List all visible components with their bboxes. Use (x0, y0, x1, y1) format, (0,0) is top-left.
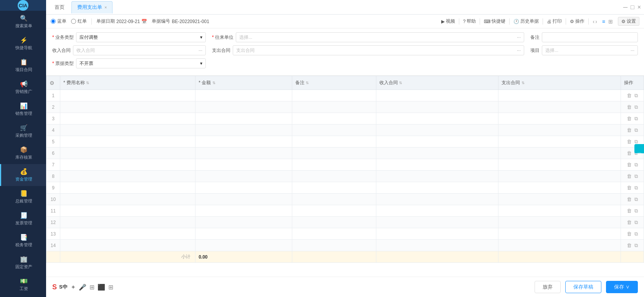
expense-contract-cell[interactable] (498, 148, 621, 159)
income-contract-cell[interactable] (376, 171, 498, 182)
name-cell[interactable] (60, 90, 195, 101)
copy-row-icon[interactable]: ⧉ (634, 219, 638, 225)
tab-expense[interactable]: 费用支出单 × (71, 1, 113, 13)
save-button[interactable]: 保存 ∨ (606, 281, 638, 293)
amount-cell[interactable] (195, 148, 292, 159)
income-contract-cell[interactable] (376, 217, 498, 228)
radio-blue-label[interactable]: 蓝单 (57, 18, 66, 25)
income-contract-cell[interactable] (376, 194, 498, 205)
bill-type-select[interactable]: 不开票 ▾ (76, 58, 206, 68)
copy-row-icon[interactable]: ⧉ (634, 104, 638, 110)
cyan-side-tab[interactable]: 功能 (634, 144, 644, 153)
shortcut-button[interactable]: ⌨ 快捷键 (484, 18, 505, 25)
window-max-button[interactable]: □ (631, 4, 634, 11)
expense-contract-cell[interactable] (498, 205, 621, 217)
delete-row-icon[interactable]: 🗑 (627, 93, 632, 98)
delete-row-icon[interactable]: 🗑 (627, 219, 632, 225)
delete-row-icon[interactable]: 🗑 (627, 231, 632, 237)
amount-cell[interactable] (195, 90, 292, 101)
name-cell[interactable] (60, 136, 195, 148)
footer-icon-1[interactable]: ✦ (71, 284, 76, 291)
th-income-contract[interactable]: 收入合同 ⇅ (376, 76, 498, 90)
expense-contract-cell[interactable] (498, 217, 621, 228)
expense-contract-cell[interactable] (498, 136, 621, 148)
next-btn[interactable]: › (595, 18, 597, 25)
income-contract-cell[interactable] (376, 136, 498, 148)
save-draft-button[interactable]: 保存草稿 (565, 281, 601, 293)
delete-row-icon[interactable]: 🗑 (627, 127, 632, 133)
business-type-select[interactable]: 应付调整 ▾ (76, 32, 206, 42)
copy-row-icon[interactable]: ⧉ (634, 231, 638, 237)
window-close-button[interactable]: × (637, 4, 641, 11)
income-contract-input[interactable]: 收入合同 ··· (73, 45, 206, 55)
copy-row-icon[interactable]: ⧉ (634, 196, 638, 202)
project-input[interactable]: 选择... ··· (542, 45, 638, 55)
expense-contract-cell[interactable] (498, 159, 621, 171)
history-button[interactable]: 🕐 历史单据 (513, 18, 539, 25)
amount-cell[interactable] (195, 136, 292, 148)
name-cell[interactable] (60, 148, 195, 159)
sidebar-item-inventory[interactable]: 📦 库存核算 (0, 142, 46, 164)
footer-icon-4[interactable]: ⬛ (98, 284, 105, 291)
income-contract-cell[interactable] (376, 101, 498, 113)
delete-row-icon[interactable]: 🗑 (627, 139, 632, 144)
name-cell[interactable] (60, 228, 195, 240)
name-cell[interactable] (60, 113, 195, 124)
tab-close-icon[interactable]: × (104, 5, 107, 10)
delete-row-icon[interactable]: 🗑 (627, 242, 632, 248)
name-cell[interactable] (60, 159, 195, 171)
name-cell[interactable] (60, 171, 195, 182)
remark-cell[interactable] (292, 194, 376, 205)
income-contract-cell[interactable] (376, 240, 498, 251)
copy-row-icon[interactable]: ⧉ (634, 127, 638, 133)
sidebar-item-payroll[interactable]: 💵 工资 (0, 274, 46, 295)
amount-cell[interactable] (195, 228, 292, 240)
income-contract-cell[interactable] (376, 205, 498, 217)
th-amount[interactable]: * 金额 ⇅ (195, 76, 292, 90)
sidebar-item-sales[interactable]: 📊 销售管理 (0, 98, 46, 120)
sidebar-item-assets[interactable]: 🏢 固定资产 (0, 252, 46, 274)
copy-row-icon[interactable]: ⧉ (634, 116, 638, 121)
income-contract-cell[interactable] (376, 90, 498, 101)
delete-row-icon[interactable]: 🗑 (627, 208, 632, 214)
sidebar-item-search[interactable]: 🔍 搜索菜单 (0, 11, 46, 33)
amount-cell[interactable] (195, 159, 292, 171)
remark-cell[interactable] (292, 124, 376, 136)
amount-cell[interactable] (195, 217, 292, 228)
remark-cell[interactable] (292, 217, 376, 228)
sidebar-item-marketing[interactable]: 📢 营销推广 (0, 76, 46, 98)
print-button[interactable]: 🖨 打印 (547, 18, 562, 25)
th-name[interactable]: * 费用名称 ⇅ (60, 76, 195, 90)
income-contract-cell[interactable] (376, 182, 498, 194)
expense-contract-cell[interactable] (498, 228, 621, 240)
delete-row-icon[interactable]: 🗑 (627, 162, 632, 168)
expense-contract-cell[interactable] (498, 240, 621, 251)
amount-cell[interactable] (195, 171, 292, 182)
name-cell[interactable] (60, 205, 195, 217)
remark-cell[interactable] (292, 113, 376, 124)
delete-row-icon[interactable]: 🗑 (627, 196, 632, 202)
radio-red-label[interactable]: 红单 (78, 18, 87, 25)
income-contract-cell[interactable] (376, 113, 498, 124)
copy-row-icon[interactable]: ⧉ (634, 93, 638, 98)
delete-row-icon[interactable]: 🗑 (627, 104, 632, 110)
copy-row-icon[interactable]: ⧉ (634, 242, 638, 248)
copy-row-icon[interactable]: ⧉ (634, 173, 638, 179)
amount-cell[interactable] (195, 240, 292, 251)
footer-icon-5[interactable]: ⊞ (108, 284, 113, 291)
name-cell[interactable] (60, 124, 195, 136)
copy-row-icon[interactable]: ⧉ (634, 139, 638, 144)
name-cell[interactable] (60, 182, 195, 194)
copy-row-icon[interactable]: ⧉ (634, 208, 638, 214)
income-contract-cell[interactable] (376, 228, 498, 240)
income-contract-cell[interactable] (376, 148, 498, 159)
amount-cell[interactable] (195, 124, 292, 136)
prev-btn[interactable]: ‹ (593, 18, 594, 25)
expense-contract-input[interactable]: 支出合同 ··· (233, 45, 524, 55)
th-expense-contract[interactable]: 支出合同 ⇅ (498, 76, 621, 90)
sidebar-item-project-contract[interactable]: 📋 项目合同 (0, 55, 46, 76)
footer-icon-2[interactable]: 🎤 (79, 284, 86, 291)
name-cell[interactable] (60, 101, 195, 113)
remark-cell[interactable] (292, 171, 376, 182)
th-remark[interactable]: 备注 ⇅ (292, 76, 376, 90)
